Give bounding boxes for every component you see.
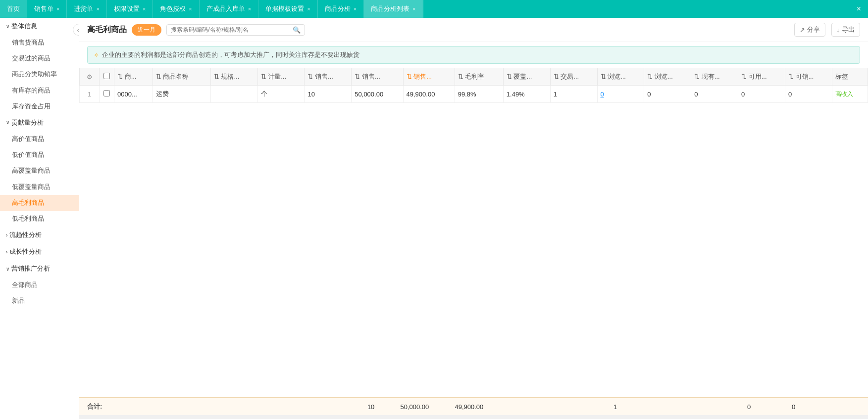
close-icon[interactable]: × xyxy=(96,6,99,12)
col-header-settings[interactable]: ⚙ xyxy=(80,68,100,86)
col-header-code[interactable]: ⇅ 商... xyxy=(114,68,153,86)
sidebar-section-trend[interactable]: › 流趋性分析 xyxy=(0,227,79,243)
close-icon[interactable]: × xyxy=(248,6,251,12)
sidebar-item-low-coverage[interactable]: 低覆盖量商品 xyxy=(0,179,79,195)
search-box[interactable]: 🔍 xyxy=(166,24,305,36)
select-all-checkbox[interactable] xyxy=(103,73,110,79)
export-button[interactable]: ↓ 导出 xyxy=(831,23,861,37)
filter-month-button[interactable]: 近一月 xyxy=(132,24,161,36)
col-header-coverage[interactable]: ⇅ 覆盖... xyxy=(503,68,550,86)
row-available: 0 xyxy=(738,86,785,103)
sort-icon: ⇅ xyxy=(647,73,653,80)
sort-icon: ⇅ xyxy=(117,73,123,80)
row-index: 1 xyxy=(80,86,100,103)
col-header-browse2[interactable]: ⇅ 浏览... xyxy=(644,68,691,86)
info-banner: ✧ 企业的主要的利润都是这部分商品创造的，可考虑加大推广，同时关注库存是不要出现… xyxy=(87,46,860,64)
close-icon[interactable]: × xyxy=(354,6,357,12)
nav-product-analysis-list[interactable]: 商品分析列表 × xyxy=(364,0,423,18)
sort-icon: ⇅ xyxy=(307,73,313,80)
nav-purchase[interactable]: 进货单 × xyxy=(67,0,106,18)
nav-home[interactable]: 首页 xyxy=(0,0,27,18)
sidebar-section-contribution[interactable]: ∨ 贡献量分析 xyxy=(0,114,79,131)
col-header-current[interactable]: ⇅ 现有... xyxy=(691,68,738,86)
sort-icon: ⇅ xyxy=(741,73,747,80)
arrow-right-icon: › xyxy=(6,233,7,238)
footer-label: 合计: xyxy=(87,402,102,411)
col-header-sellable[interactable]: ⇅ 可销... xyxy=(785,68,832,86)
footer-spacer4 xyxy=(290,403,330,411)
window-close-button[interactable]: × xyxy=(850,4,868,13)
close-icon[interactable]: × xyxy=(189,6,192,12)
share-icon: ↗ xyxy=(800,26,805,34)
sidebar-item-high-coverage[interactable]: 高覆盖量商品 xyxy=(0,163,79,179)
col-header-sales3[interactable]: ⇅ 销售... xyxy=(403,68,455,86)
sort-icon: ⇅ xyxy=(407,73,412,80)
row-spec xyxy=(210,86,257,103)
sort-icon: ⇅ xyxy=(261,73,266,80)
row-checkbox-cell[interactable] xyxy=(100,86,114,103)
collapse-icon: « xyxy=(77,26,79,34)
sidebar-section-marketing[interactable]: ∨ 营销推广分析 xyxy=(0,260,79,277)
sidebar-item-all-goods[interactable]: 全部商品 xyxy=(0,277,79,293)
sidebar-item-category-sales-rate[interactable]: 商品分类助销率 xyxy=(0,66,79,82)
sidebar-item-new-goods[interactable]: 新品 xyxy=(0,293,79,309)
footer-spacer1 xyxy=(112,403,171,411)
export-icon: ↓ xyxy=(837,26,840,34)
row-checkbox[interactable] xyxy=(103,90,110,96)
close-icon[interactable]: × xyxy=(56,6,59,12)
nav-product-entry[interactable]: 产成品入库单 × xyxy=(200,0,258,18)
sidebar-item-low-value[interactable]: 低价值商品 xyxy=(0,147,79,163)
row-sales1: 10 xyxy=(305,86,352,103)
sidebar-section-overview[interactable]: ∨ 整体信息 xyxy=(0,18,79,35)
col-header-sales2[interactable]: ⇅ 销售... xyxy=(352,68,403,86)
sort-icon: ⇅ xyxy=(554,73,559,80)
sidebar-item-high-margin[interactable]: 高毛利商品 xyxy=(0,195,79,211)
col-header-checkbox[interactable] xyxy=(100,68,114,86)
close-icon[interactable]: × xyxy=(412,6,415,12)
data-table-container[interactable]: ⚙ ⇅ 商... ⇅ 商品名称 xyxy=(79,68,868,397)
nav-sales[interactable]: 销售单 × xyxy=(27,0,67,18)
row-browse2: 0 xyxy=(644,86,691,103)
horizontal-scrollbar[interactable] xyxy=(79,415,868,419)
sidebar-item-low-margin[interactable]: 低毛利商品 xyxy=(0,211,79,227)
sort-icon: ⇅ xyxy=(601,73,606,80)
table-header-row: ⚙ ⇅ 商... ⇅ 商品名称 xyxy=(80,68,868,86)
sidebar-item-traded-goods[interactable]: 交易过的商品 xyxy=(0,50,79,66)
arrow-down-icon: ∨ xyxy=(6,24,9,29)
header-actions: ↗ 分享 ↓ 导出 xyxy=(794,23,861,37)
row-browse1[interactable]: 0 xyxy=(597,86,644,103)
sort-icon: ⇅ xyxy=(355,73,360,80)
col-header-unit[interactable]: ⇅ 计量... xyxy=(257,68,305,86)
footer-sales1-total: 10 xyxy=(330,403,379,411)
sidebar-item-high-value[interactable]: 高价值商品 xyxy=(0,131,79,147)
share-button[interactable]: ↗ 分享 xyxy=(794,23,825,37)
nav-roles[interactable]: 角色授权 × xyxy=(153,0,199,18)
tag-high-income: 高收入 xyxy=(835,91,853,97)
col-header-browse1[interactable]: ⇅ 浏览... xyxy=(597,68,644,86)
footer-sales2-total: 50,000.00 xyxy=(379,403,434,411)
close-icon[interactable]: × xyxy=(307,6,310,12)
col-header-name[interactable]: ⇅ 商品名称 xyxy=(153,68,210,86)
sidebar-section-growth[interactable]: › 成长性分析 xyxy=(0,243,79,260)
sort-icon: ⇅ xyxy=(694,73,700,80)
sidebar-item-stock-capital[interactable]: 库存资金占用 xyxy=(0,98,79,114)
col-header-gross-rate[interactable]: ⇅ 毛利率 xyxy=(455,68,503,86)
col-header-spec[interactable]: ⇅ 规格... xyxy=(210,68,257,86)
nav-template-settings[interactable]: 单据模板设置 × xyxy=(258,0,317,18)
col-header-sales1[interactable]: ⇅ 销售... xyxy=(305,68,352,86)
close-icon[interactable]: × xyxy=(143,6,146,12)
page-title: 高毛利商品 xyxy=(87,25,127,35)
sidebar-item-sales-goods[interactable]: 销售货商品 xyxy=(0,35,79,50)
footer-spacer6 xyxy=(528,403,572,411)
col-header-available[interactable]: ⇅ 可用... xyxy=(738,68,785,86)
col-header-tag[interactable]: 标签 xyxy=(832,68,868,86)
nav-permissions[interactable]: 权限设置 × xyxy=(107,0,153,18)
row-coverage: 1.49% xyxy=(503,86,550,103)
sidebar-item-in-stock-goods[interactable]: 有库存的商品 xyxy=(0,83,79,98)
nav-product-analysis[interactable]: 商品分析 × xyxy=(318,0,364,18)
row-current: 0 xyxy=(691,86,738,103)
sort-icon: ⇅ xyxy=(458,73,463,80)
search-input[interactable] xyxy=(171,26,293,33)
footer-spacer8 xyxy=(666,403,711,411)
col-header-trade[interactable]: ⇅ 交易... xyxy=(550,68,597,86)
